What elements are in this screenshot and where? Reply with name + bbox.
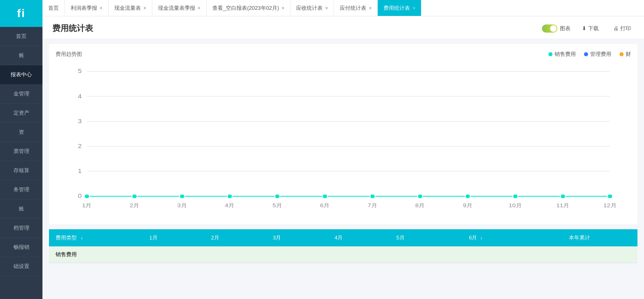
sidebar-item-reports[interactable]: 报表中心 bbox=[0, 65, 42, 84]
cell-m6-sales bbox=[431, 246, 521, 263]
sidebar: fi 首页 账 报表中心 金管理 定资产 资 票管理 存核算 务管理 账 档管理… bbox=[0, 0, 42, 299]
toggle-label: 图表 bbox=[560, 25, 570, 32]
tab-payable-label: 应付统计表 bbox=[340, 4, 366, 12]
tab-profit[interactable]: 利润表季报 × bbox=[65, 0, 109, 16]
sidebar-item-archive[interactable]: 档管理 bbox=[0, 219, 42, 238]
sidebar-item-account[interactable]: 账 bbox=[0, 46, 42, 65]
page-actions: 图表 ⬇ 下载 🖨 打印 bbox=[542, 23, 634, 34]
th-month5: 5月 bbox=[370, 229, 431, 246]
tab-payable[interactable]: 应付统计表 × bbox=[334, 0, 378, 16]
sidebar-item-invoice[interactable]: 票管理 bbox=[0, 142, 42, 161]
cell-m5-sales bbox=[370, 246, 431, 263]
legend-admin: 管理费用 bbox=[584, 51, 611, 58]
chart-title: 费用趋势图 bbox=[56, 51, 82, 58]
th-month6-label: 6月 bbox=[469, 234, 477, 241]
table-row-sales: 销售费用 bbox=[49, 246, 637, 263]
tab-cashflow[interactable]: 现金流量表 × bbox=[109, 0, 152, 16]
sidebar-item-home[interactable]: 首页 bbox=[0, 27, 42, 46]
svg-point-27 bbox=[227, 194, 232, 199]
tab-home[interactable]: 首页 bbox=[42, 0, 65, 16]
th-type-label: 费用类型 bbox=[56, 234, 77, 241]
th-month1: 1月 bbox=[123, 229, 184, 246]
legend-admin-label: 管理费用 bbox=[590, 51, 611, 58]
legend-sales-dot bbox=[548, 52, 553, 56]
svg-text:2: 2 bbox=[78, 143, 82, 149]
sidebar-item-inventory[interactable]: 存核算 bbox=[0, 161, 42, 180]
print-button[interactable]: 🖨 打印 bbox=[610, 23, 634, 34]
svg-text:7月: 7月 bbox=[368, 202, 377, 208]
th-ytd: 本年累计 bbox=[521, 229, 637, 246]
tab-cashflow-quarterly-close[interactable]: × bbox=[198, 5, 201, 11]
page-header: 费用统计表 图表 ⬇ 下载 🖨 打印 bbox=[42, 16, 644, 39]
tab-home-label: 首页 bbox=[48, 4, 59, 12]
legend-finance-dot bbox=[619, 52, 624, 56]
tab-payable-close[interactable]: × bbox=[369, 5, 372, 11]
tab-receivable-close[interactable]: × bbox=[325, 5, 328, 11]
th-month6: 6月 › bbox=[431, 229, 521, 246]
data-table: 费用类型 ‹ 1月 2月 3月 4月 5月 6月 › bbox=[49, 229, 637, 263]
th-month2: 2月 bbox=[184, 229, 246, 246]
next-period-button[interactable]: › bbox=[479, 235, 484, 241]
download-icon: ⬇ bbox=[582, 25, 586, 31]
svg-point-25 bbox=[132, 194, 137, 199]
table-header-row: 费用类型 ‹ 1月 2月 3月 4月 5月 6月 › bbox=[49, 229, 637, 246]
svg-text:0: 0 bbox=[78, 193, 82, 199]
download-button[interactable]: ⬇ 下载 bbox=[579, 23, 602, 34]
tab-cashflow-label: 现金流量表 bbox=[114, 4, 141, 12]
page-title: 费用统计表 bbox=[52, 23, 93, 34]
svg-text:8月: 8月 bbox=[415, 202, 425, 208]
sidebar-item-assets[interactable]: 定资产 bbox=[0, 104, 42, 123]
tab-expense-label: 费用统计表 bbox=[383, 4, 410, 12]
svg-point-26 bbox=[180, 194, 185, 199]
tab-cashflow-quarterly[interactable]: 现金流量表季报 × bbox=[152, 0, 207, 16]
th-expense-type: 费用类型 ‹ bbox=[49, 229, 123, 246]
legend-finance: 财 bbox=[619, 51, 631, 58]
tab-profit-close[interactable]: × bbox=[100, 5, 103, 11]
svg-text:4月: 4月 bbox=[225, 202, 235, 208]
tab-cashflow-close[interactable]: × bbox=[143, 5, 146, 11]
tab-expense-close[interactable]: × bbox=[412, 5, 415, 11]
tabs-bar: 首页 利润表季报 × 现金流量表 × 现金流量表季报 × 查看_空白报表(202… bbox=[42, 0, 644, 16]
tab-cashflow-quarterly-label: 现金流量表季报 bbox=[158, 4, 195, 12]
sidebar-item-finance[interactable]: 金管理 bbox=[0, 84, 42, 104]
svg-point-34 bbox=[560, 194, 566, 199]
svg-text:12月: 12月 bbox=[604, 202, 617, 208]
tab-receivable[interactable]: 应收统计表 × bbox=[290, 0, 334, 16]
chart-toggle-wrap: 图表 bbox=[542, 24, 570, 33]
sidebar-logo: fi bbox=[0, 0, 42, 27]
line-chart-svg: 5 4 3 2 1 0 1月 2月 3月 4月 5月 6月 7月 8月 9 bbox=[56, 63, 631, 218]
svg-point-35 bbox=[607, 194, 613, 199]
chart-section: 费用趋势图 销售费用 管理费用 财 bbox=[49, 44, 637, 224]
chart-container: 5 4 3 2 1 0 1月 2月 3月 4月 5月 6月 7月 8月 9 bbox=[56, 63, 631, 218]
svg-point-29 bbox=[322, 194, 328, 199]
sidebar-item-ledger[interactable]: 账 bbox=[0, 199, 42, 219]
main-area: 首页 利润表季报 × 现金流量表 × 现金流量表季报 × 查看_空白报表(202… bbox=[42, 0, 644, 299]
svg-text:5月: 5月 bbox=[272, 202, 282, 208]
chart-toggle[interactable] bbox=[542, 24, 557, 33]
tab-blank-report-close[interactable]: × bbox=[281, 5, 284, 11]
svg-text:4: 4 bbox=[78, 93, 82, 99]
svg-text:3: 3 bbox=[78, 118, 82, 124]
tab-profit-label: 利润表季报 bbox=[71, 4, 97, 12]
tab-blank-report-label: 查看_空白报表(2023年02月) bbox=[212, 4, 279, 12]
svg-point-24 bbox=[84, 194, 89, 199]
table-section: 费用类型 ‹ 1月 2月 3月 4月 5月 6月 › bbox=[49, 229, 637, 263]
svg-text:3月: 3月 bbox=[177, 202, 187, 208]
svg-text:11月: 11月 bbox=[556, 202, 569, 208]
print-label: 打印 bbox=[620, 25, 631, 32]
sidebar-item-expense[interactable]: 畅报销 bbox=[0, 238, 42, 257]
th-month4: 4月 bbox=[308, 229, 370, 246]
tab-blank-report[interactable]: 查看_空白报表(2023年02月) × bbox=[207, 0, 290, 16]
svg-point-30 bbox=[370, 194, 375, 199]
svg-text:6月: 6月 bbox=[320, 202, 330, 208]
svg-point-28 bbox=[275, 194, 280, 199]
sidebar-item-service[interactable]: 务管理 bbox=[0, 180, 42, 199]
tab-expense[interactable]: 费用统计表 × bbox=[378, 0, 421, 16]
cell-m4-sales bbox=[308, 246, 370, 263]
cell-m1-sales bbox=[123, 246, 184, 263]
sidebar-item-settings[interactable]: 础设置 bbox=[0, 257, 42, 276]
prev-period-button[interactable]: ‹ bbox=[79, 235, 85, 241]
sidebar-item-capital[interactable]: 资 bbox=[0, 123, 42, 142]
svg-point-32 bbox=[465, 194, 470, 199]
legend-finance-label: 财 bbox=[626, 51, 631, 58]
